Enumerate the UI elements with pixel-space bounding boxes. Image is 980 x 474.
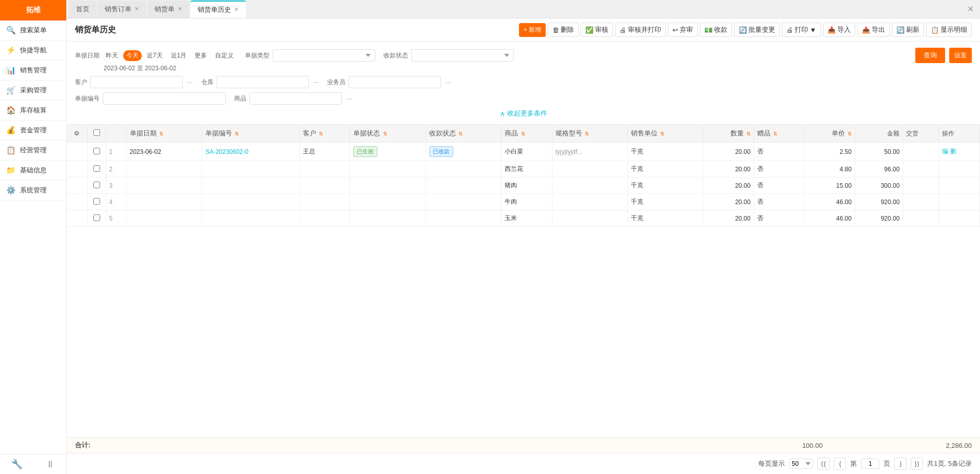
print-button[interactable]: 🖨 打印 ▼ <box>782 23 821 37</box>
th-gift[interactable]: 赠品 ⇅ <box>754 125 804 143</box>
date-preset-custom[interactable]: 自定义 <box>212 50 237 61</box>
tab-sales-history-label: 销货单历史 <box>198 5 231 14</box>
show-detail-button[interactable]: 📋 显示明细 <box>926 23 972 37</box>
warehouse-input[interactable] <box>217 76 309 88</box>
pagination-first[interactable]: ⟨⟨ <box>817 458 830 470</box>
row-checkbox[interactable] <box>93 198 100 205</box>
pagination-last[interactable]: ⟩⟩ <box>911 458 923 470</box>
doc-no-input[interactable] <box>103 92 226 105</box>
tab-sales-goods[interactable]: 销货单 ✕ <box>147 1 189 18</box>
th-unit-price[interactable]: 单价 ⇅ <box>804 125 855 143</box>
agent-ellipsis[interactable]: ··· <box>445 78 451 86</box>
close-all-tabs-button[interactable]: ✕ <box>963 2 978 16</box>
collapse-filter-button[interactable]: ∧ 收起更多条件 <box>75 109 972 118</box>
new-button[interactable]: + 新增 <box>519 23 546 37</box>
pagination-prev[interactable]: ⟨ <box>834 458 846 470</box>
sidebar-settings-icon[interactable]: 🔧 <box>11 459 23 470</box>
query-button[interactable]: 查询 <box>915 48 945 63</box>
row-sales-unit: 千克 <box>628 210 703 227</box>
review-print-button[interactable]: 🖨 审核并打印 <box>615 23 666 37</box>
tab-home-label: 首页 <box>76 5 89 14</box>
goods-input[interactable] <box>249 92 342 105</box>
page-size-select[interactable]: 50 20 100 <box>789 459 813 469</box>
refresh-button[interactable]: 🔄 刷新 <box>892 23 924 37</box>
th-doc-date[interactable]: 单据日期 ⇅ <box>126 125 202 143</box>
tab-bar: 首页 销售订单 ✕ 销货单 ✕ 销货单历史 ✕ ✕ <box>67 0 980 18</box>
page-number-input[interactable] <box>861 459 879 469</box>
row-collect-status <box>426 194 501 210</box>
date-preset-1month[interactable]: 近1月 <box>168 50 190 61</box>
row-number: 2 <box>106 161 126 177</box>
th-gear[interactable]: ⚙ <box>67 125 87 143</box>
delete-button[interactable]: 🗑 删除 <box>548 23 579 37</box>
tab-sales-history-close[interactable]: ✕ <box>234 6 239 13</box>
table-header-row: ⚙ 单据日期 ⇅ 单据编号 ⇅ <box>67 125 980 143</box>
collect-status-select[interactable] <box>411 49 514 62</box>
row-action <box>939 210 980 227</box>
row-checkbox[interactable] <box>93 182 100 188</box>
th-quantity[interactable]: 数量 ⇅ <box>703 125 754 143</box>
th-doc-no[interactable]: 单据编号 ⇅ <box>202 125 299 143</box>
export-button[interactable]: 📤 导出 <box>857 23 890 37</box>
date-preset-today[interactable]: 今天 <box>123 50 142 61</box>
batch-change-button[interactable]: 🔄 批量变更 <box>734 23 780 37</box>
row-action <box>939 177 980 194</box>
sidebar-item-finance[interactable]: 💰 资金管理 <box>0 121 66 141</box>
review-icon: ✅ <box>585 26 593 34</box>
row-delete-button[interactable]: 删 <box>950 148 956 155</box>
row-unit-price: 2.50 <box>804 143 855 161</box>
collect-button[interactable]: 💵 收款 <box>700 23 732 37</box>
sidebar-item-purchase[interactable]: 🛒 采购管理 <box>0 81 66 101</box>
row-checkbox[interactable] <box>93 214 100 221</box>
date-preset-7days[interactable]: 近7天 <box>144 50 166 61</box>
select-all-checkbox[interactable] <box>93 129 100 136</box>
row-checkbox[interactable] <box>93 165 100 172</box>
sidebar-item-operations[interactable]: 📋 经营管理 <box>0 141 66 161</box>
row-checkbox[interactable] <box>93 148 100 154</box>
th-goods[interactable]: 商品 ⇅ <box>502 125 552 143</box>
tab-sales-order-close[interactable]: ✕ <box>134 6 139 12</box>
review-button[interactable]: ✅ 审核 <box>581 23 613 37</box>
row-number: 5 <box>106 210 126 227</box>
row-doc-no[interactable] <box>202 161 299 177</box>
warehouse-ellipsis[interactable]: ··· <box>313 78 319 86</box>
pagination-next[interactable]: ⟩ <box>894 458 907 470</box>
row-doc-date <box>126 194 202 210</box>
sidebar-item-label: 快捷导航 <box>20 46 47 55</box>
tab-sales-goods-close[interactable]: ✕ <box>178 6 182 12</box>
sidebar-item-search-menu[interactable]: 🔍 搜索菜单 <box>0 21 66 41</box>
sidebar-pause-icon[interactable]: ⏸ <box>46 459 55 470</box>
folder-icon: 📁 <box>6 166 16 175</box>
customer-ellipsis[interactable]: ··· <box>187 78 193 86</box>
row-doc-no[interactable] <box>202 194 299 210</box>
row-doc-no[interactable] <box>202 210 299 227</box>
doc-type-select[interactable] <box>273 49 375 62</box>
sidebar-item-basic-info[interactable]: 📁 基础信息 <box>0 161 66 181</box>
search-icon: 🔍 <box>6 26 16 35</box>
customer-input[interactable] <box>90 76 183 88</box>
date-preset-more[interactable]: 更多 <box>191 50 210 61</box>
sidebar-item-label: 资金管理 <box>20 126 47 135</box>
th-sales-unit[interactable]: 销售单位 ⇅ <box>628 125 703 143</box>
row-doc-no[interactable] <box>202 177 299 194</box>
sidebar-item-inventory[interactable]: 🏠 库存核算 <box>0 101 66 121</box>
tab-home[interactable]: 首页 <box>69 1 97 18</box>
goods-ellipsis[interactable]: ··· <box>346 94 352 103</box>
th-doc-status[interactable]: 单据状态 ⇅ <box>350 125 426 143</box>
sidebar-item-quick-nav[interactable]: ⚡ 快捷导航 <box>0 41 66 61</box>
th-collect-status[interactable]: 收款状态 ⇅ <box>426 125 501 143</box>
filter-settings-button[interactable]: 设置 <box>949 48 972 63</box>
row-edit-button[interactable]: 编 <box>942 148 948 155</box>
sidebar-item-system[interactable]: ⚙️ 系统管理 <box>0 181 66 201</box>
date-preset-yesterday[interactable]: 昨天 <box>103 50 121 61</box>
row-doc-no[interactable]: SA-20230602-0 <box>202 143 299 161</box>
th-spec-type[interactable]: 规格型号 ⇅ <box>552 125 627 143</box>
sidebar-item-sales[interactable]: 📊 销售管理 <box>0 61 66 81</box>
th-customer[interactable]: 客户 ⇅ <box>300 125 350 143</box>
tab-sales-history[interactable]: 销货单历史 ✕ <box>190 1 246 18</box>
abandon-button[interactable]: ↩ 弃审 <box>668 23 698 37</box>
import-button[interactable]: 📥 导入 <box>823 23 855 37</box>
agent-input[interactable] <box>349 76 441 88</box>
th-amount[interactable]: 金额 <box>855 125 903 143</box>
tab-sales-order[interactable]: 销售订单 ✕ <box>98 1 146 18</box>
